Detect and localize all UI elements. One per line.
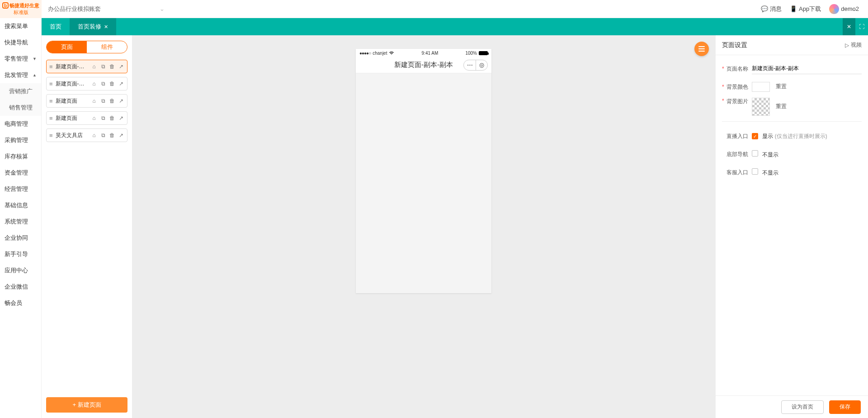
account-selector[interactable]: 办公品行业模拟账套 ⌄ — [48, 5, 165, 13]
segment-component[interactable]: 组件 — [87, 41, 127, 53]
bgimage-picker[interactable] — [752, 98, 770, 116]
brand-edition: 标准版 — [14, 9, 28, 16]
share-icon[interactable]: ↗ — [118, 132, 124, 138]
page-row-name: 新建页面-副本... — [56, 63, 88, 71]
sidebar-item-label: 应用中心 — [5, 266, 28, 275]
bgcolor-swatch[interactable] — [752, 82, 770, 92]
close-tab-button[interactable]: ✕ — [843, 18, 855, 35]
sidebar-item-label: 经营管理 — [5, 185, 28, 193]
sidebar-item-label: 营销推广 — [9, 87, 33, 95]
sidebar-item-label: 电商管理 — [5, 120, 28, 128]
page-list: ≡新建页面-副本...⌂⧉🗑↗≡新建页面-副本⌂⧉🗑↗≡新建页面⌂⧉🗑↗≡新建页… — [46, 60, 127, 393]
drag-handle-icon[interactable]: ≡ — [49, 98, 53, 104]
tab-bar: 首页首页装修✕ ✕ ⛶ — [42, 18, 868, 35]
sidebar-item-12[interactable]: 系统管理 — [0, 214, 41, 230]
home-icon[interactable]: ⌂ — [91, 81, 97, 87]
delete-icon[interactable]: 🗑 — [109, 81, 115, 87]
fullscreen-button[interactable]: ⛶ — [855, 18, 868, 35]
tab-0[interactable]: 首页 — [42, 18, 70, 35]
live-entry-checkbox[interactable]: ✓ — [752, 133, 758, 139]
drag-handle-icon[interactable]: ≡ — [49, 115, 53, 122]
new-page-button[interactable]: + 新建页面 — [46, 397, 127, 413]
brand-name: 畅捷通好生意 — [9, 2, 39, 9]
video-help-button[interactable]: ▷ 视频 — [845, 41, 862, 49]
close-icon[interactable]: ✕ — [104, 24, 108, 30]
sidebar-item-13[interactable]: 企业协同 — [0, 230, 41, 246]
copy-icon[interactable]: ⧉ — [100, 98, 106, 104]
page-name-input[interactable] — [752, 64, 862, 74]
sidebar-item-9[interactable]: 资金管理 — [0, 165, 41, 181]
segment-page[interactable]: 页面 — [47, 41, 87, 53]
sidebar-item-label: 采购管理 — [5, 136, 28, 144]
drag-handle-icon[interactable]: ≡ — [49, 81, 53, 87]
home-icon[interactable]: ⌂ — [91, 63, 97, 70]
page-row-3[interactable]: ≡新建页面⌂⧉🗑↗ — [46, 111, 127, 125]
bottomnav-checkbox[interactable] — [752, 150, 758, 157]
copy-icon[interactable]: ⧉ — [100, 81, 106, 87]
messages-button[interactable]: 💬 消息 — [761, 5, 782, 13]
share-icon[interactable]: ↗ — [118, 81, 124, 87]
user-menu[interactable]: demo2 — [829, 4, 859, 14]
share-icon[interactable]: ↗ — [118, 115, 124, 121]
page-row-name: 新建页面 — [56, 114, 88, 122]
copy-icon[interactable]: ⧉ — [100, 132, 106, 138]
more-icon[interactable]: ⋯ — [464, 60, 476, 70]
sidebar-item-0[interactable]: 搜索菜单 — [0, 18, 41, 34]
canvas-menu-button[interactable] — [694, 42, 709, 56]
carrier-label: chanjet — [373, 51, 387, 56]
set-home-button[interactable]: 设为首页 — [781, 400, 824, 414]
sidebar: 搜索菜单快捷导航零售管理▼批发管理▲营销推广销售管理电商管理采购管理库存核算资金… — [0, 18, 42, 418]
page-component-segment: 页面 组件 — [46, 41, 127, 53]
drag-handle-icon[interactable]: ≡ — [49, 63, 53, 70]
bgimage-reset-button[interactable]: 重置 — [776, 103, 787, 109]
field-label-bgcolor: 背景颜色 — [726, 83, 752, 91]
sidebar-item-16[interactable]: 企业微信 — [0, 279, 41, 295]
avatar — [829, 4, 839, 14]
share-icon[interactable]: ↗ — [118, 98, 124, 104]
sidebar-item-8[interactable]: 库存核算 — [0, 148, 41, 165]
sidebar-item-14[interactable]: 新手引导 — [0, 246, 41, 262]
sidebar-item-10[interactable]: 经营管理 — [0, 181, 41, 197]
sidebar-item-15[interactable]: 应用中心 — [0, 262, 41, 279]
tab-label: 首页 — [50, 23, 61, 31]
phone-body[interactable] — [356, 73, 491, 293]
page-row-0[interactable]: ≡新建页面-副本...⌂⧉🗑↗ — [46, 60, 127, 73]
target-icon[interactable]: ◎ — [476, 60, 487, 70]
sidebar-item-11[interactable]: 基础信息 — [0, 197, 41, 214]
drag-handle-icon[interactable]: ≡ — [49, 132, 53, 139]
design-canvas: ●●●●○ chanjet 9:41 AM 100% 新建页面-副本-副本 ⋯ — [132, 35, 715, 418]
page-row-1[interactable]: ≡新建页面-副本⌂⧉🗑↗ — [46, 77, 127, 90]
sidebar-item-5[interactable]: 销售管理 — [0, 100, 41, 116]
save-button[interactable]: 保存 — [829, 400, 861, 414]
sidebar-item-17[interactable]: 畅会员 — [0, 295, 41, 311]
sidebar-item-2[interactable]: 零售管理▼ — [0, 51, 41, 67]
page-row-name: 昊天文具店 — [56, 132, 88, 139]
share-icon[interactable]: ↗ — [118, 63, 124, 70]
delete-icon[interactable]: 🗑 — [109, 132, 115, 138]
delete-icon[interactable]: 🗑 — [109, 115, 115, 121]
copy-icon[interactable]: ⧉ — [100, 115, 106, 121]
home-icon[interactable]: ⌂ — [91, 132, 97, 138]
service-checkbox[interactable] — [752, 168, 758, 175]
main-area: 首页首页装修✕ ✕ ⛶ 页面 组件 ≡新建页面-副本...⌂⧉🗑↗≡新建页面-副… — [42, 18, 868, 418]
tab-1[interactable]: 首页装修✕ — [70, 18, 116, 35]
menu-icon — [698, 46, 705, 52]
sidebar-item-7[interactable]: 采购管理 — [0, 132, 41, 148]
copy-icon[interactable]: ⧉ — [100, 63, 106, 70]
delete-icon[interactable]: 🗑 — [109, 98, 115, 104]
sidebar-item-label: 资金管理 — [5, 169, 28, 177]
home-icon[interactable]: ⌂ — [91, 115, 97, 121]
sidebar-item-1[interactable]: 快捷导航 — [0, 34, 41, 51]
field-label-bgimage: 背景图片 — [726, 98, 752, 105]
home-icon[interactable]: ⌂ — [91, 98, 97, 104]
page-list-panel: 页面 组件 ≡新建页面-副本...⌂⧉🗑↗≡新建页面-副本⌂⧉🗑↗≡新建页面⌂⧉… — [42, 35, 132, 418]
app-download-button[interactable]: 📱 App下载 — [790, 5, 821, 13]
sidebar-item-4[interactable]: 营销推广 — [0, 83, 41, 100]
page-row-2[interactable]: ≡新建页面⌂⧉🗑↗ — [46, 94, 127, 108]
delete-icon[interactable]: 🗑 — [109, 63, 115, 70]
sidebar-item-label: 批发管理 — [5, 71, 28, 79]
bgcolor-reset-button[interactable]: 重置 — [776, 83, 787, 90]
sidebar-item-6[interactable]: 电商管理 — [0, 116, 41, 132]
page-row-4[interactable]: ≡昊天文具店⌂⧉🗑↗ — [46, 128, 127, 142]
sidebar-item-3[interactable]: 批发管理▲ — [0, 67, 41, 83]
